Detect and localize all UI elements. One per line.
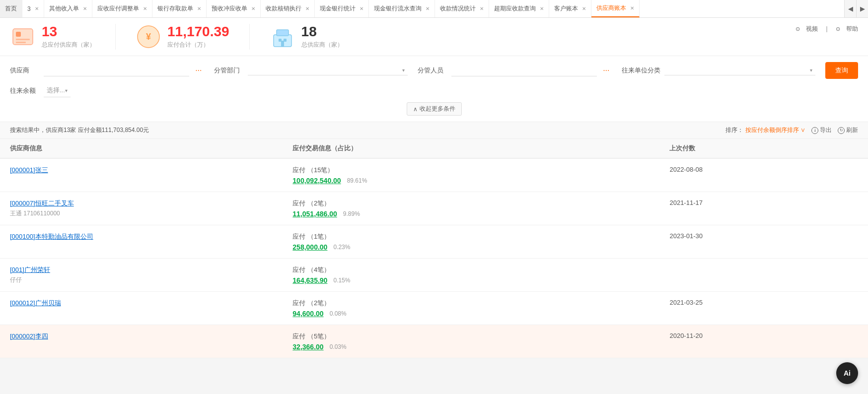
close-customer-ledger-icon[interactable]: ✕ [582, 6, 586, 11]
svg-rect-1 [16, 32, 21, 37]
nav-item-cash-bank-flow-label: 现金银行流水查询 [374, 4, 422, 13]
filter-row-2: 往来余额 选择... ▾ [10, 84, 858, 97]
col-header-supplier: 供应商信息 [10, 144, 292, 153]
category-label: 往来单位分类 [622, 66, 660, 75]
nav-item-receipt-stat[interactable]: 收款情况统计 ✕ [435, 0, 489, 17]
data-table: 供应商信息 应付交易信息（占比） 上次付数 [000001]张三 应付 （15笔… [0, 139, 868, 358]
query-button[interactable]: 查询 [825, 62, 858, 79]
total-suppliers-text: 18 总供应商（家） [301, 25, 343, 49]
nav-item-receipt-verify[interactable]: 收款核销执行 ✕ [261, 0, 315, 17]
nav-item-bank-deposit[interactable]: 银行存取款单 ✕ [152, 0, 207, 17]
tx-count-6: 应付 （5笔） [292, 332, 669, 341]
supplier-info-5: [000012]广州贝瑞 [10, 299, 292, 308]
nav-right-arrow[interactable]: ▶ [856, 0, 868, 18]
category-chevron-down-icon: ▾ [810, 67, 812, 73]
supplier-input[interactable] [44, 65, 189, 76]
svg-rect-2 [16, 39, 30, 40]
refresh-button[interactable]: ↻ 刷新 [838, 126, 858, 134]
nav-item-other-income[interactable]: 其他收入单 ✕ [44, 0, 92, 17]
stat-block-payable-amount: ¥ 11,170.39 应付合计（万） [136, 24, 250, 50]
supplier-name-2[interactable]: [000007]恒旺二手叉车 [10, 199, 74, 207]
supplier-name-4[interactable]: [001]广州荣轩 [10, 266, 50, 273]
table-row: [000012]广州贝瑞 应付 （2笔） 94,600.00 0.08% 202… [0, 292, 868, 325]
nav-item-tab3[interactable]: 3 ✕ [22, 0, 44, 17]
tx-amount-6[interactable]: 32,366.00 [292, 343, 323, 351]
close-other-income-icon[interactable]: ✕ [83, 6, 87, 11]
dept-chevron-down-icon: ▾ [402, 67, 405, 73]
person-input[interactable] [451, 65, 597, 76]
nav-left-arrow[interactable]: ◀ [844, 0, 856, 18]
nav-item-home[interactable]: 首页 [0, 0, 22, 17]
supplier-link-1[interactable]: [000001]张三 [10, 166, 292, 175]
supplier-name-6[interactable]: [000002]李四 [10, 332, 48, 340]
tx-percent-2: 9.89% [343, 210, 360, 217]
tx-amount-2[interactable]: 11,051,486.00 [292, 210, 337, 218]
tx-amount-3[interactable]: 258,000.00 [292, 243, 327, 251]
payable-suppliers-text: 13 总应付供应商（家） [42, 25, 95, 49]
stat-block-payable-suppliers: 13 总应付供应商（家） [10, 24, 116, 50]
supplier-dots-icon[interactable]: ··· [193, 66, 204, 75]
sort-value[interactable]: 按应付余额倒序排序 [745, 127, 799, 133]
svg-text:¥: ¥ [146, 32, 151, 42]
separator: ｜ [824, 25, 830, 33]
supplier-info-2: [000007]恒旺二手叉车 王通 17106110000 [10, 199, 292, 218]
nav-item-receipt-stat-label: 收款情况统计 [440, 4, 476, 13]
refresh-icon: ↻ [838, 127, 845, 134]
filter-item-dept: 分管部门 ▾ [214, 66, 408, 75]
close-cash-bank-flow-icon[interactable]: ✕ [426, 6, 430, 11]
tx-row-1: 100,092,540.00 89.61% [292, 177, 669, 185]
balance-select-text: 选择... [47, 86, 65, 95]
table-row: [001]广州荣轩 仔仔 应付 （4笔） 164,635.90 0.15% [0, 259, 868, 292]
nav-item-cash-bank-flow[interactable]: 现金银行流水查询 ✕ [369, 0, 435, 17]
nav-item-supplier-ledger[interactable]: 供应商账本 ✕ [591, 0, 640, 17]
tx-amount-1[interactable]: 100,092,540.00 [292, 177, 341, 185]
supplier-name-1[interactable]: [000001]张三 [10, 166, 48, 174]
nav-item-overdue-ar[interactable]: 超期应收款查询 ✕ [489, 0, 549, 17]
circle-play-icon: ⊙ [796, 26, 800, 32]
category-select[interactable]: ▾ [664, 66, 816, 75]
last-pay-date-1: 2022-08-08 [669, 166, 703, 173]
sort-label: 排序： 按应付余额倒序排序 ∨ [725, 126, 805, 134]
close-ar-ap-adjust-icon[interactable]: ✕ [143, 6, 147, 11]
balance-select[interactable]: 选择... ▾ [44, 84, 71, 97]
nav-item-cash-bank-stat[interactable]: 现金银行统计 ✕ [315, 0, 369, 17]
payable-suppliers-icon [10, 24, 36, 50]
person-dots-icon[interactable]: ··· [601, 66, 611, 75]
close-cash-bank-stat-icon[interactable]: ✕ [360, 6, 363, 11]
supplier-name-3[interactable]: [000100]本特勤油品有限公司 [10, 233, 93, 240]
balance-label: 往来余额 [10, 86, 40, 95]
tx-amount-5[interactable]: 94,600.00 [292, 310, 323, 318]
table-row: [000007]恒旺二手叉车 王通 17106110000 应付 （2笔） 11… [0, 192, 868, 225]
nav-item-customer-ledger[interactable]: 客户账本 ✕ [549, 0, 591, 17]
filter-item-person: 分管人员 ··· [418, 65, 612, 76]
tx-amount-4[interactable]: 164,635.90 [292, 276, 327, 284]
close-tab3-icon[interactable]: ✕ [35, 6, 39, 11]
close-receipt-verify-icon[interactable]: ✕ [305, 6, 309, 11]
nav-item-ar-ap-adjust[interactable]: 应收应付调整单 ✕ [92, 0, 152, 17]
tx-percent-1: 89.61% [347, 177, 367, 184]
nav-item-prepay-ar[interactable]: 预收冲应收单 ✕ [207, 0, 261, 17]
svg-rect-3 [16, 42, 26, 43]
dept-label: 分管部门 [214, 66, 244, 75]
close-prepay-ar-icon[interactable]: ✕ [251, 6, 255, 11]
supplier-info-4: [001]广州荣轩 仔仔 [10, 265, 292, 284]
close-overdue-ar-icon[interactable]: ✕ [540, 6, 544, 11]
nav-item-customer-ledger-label: 客户账本 [554, 4, 578, 13]
supplier-sub-4: 仔仔 [10, 276, 292, 284]
svg-rect-10 [281, 41, 284, 47]
supplier-sub-2: 王通 17106110000 [10, 209, 292, 218]
close-receipt-stat-icon[interactable]: ✕ [480, 6, 484, 11]
dept-select[interactable]: ▾ [248, 66, 408, 75]
collapse-button[interactable]: ∧ 收起更多条件 [407, 102, 462, 116]
supplier-name-5[interactable]: [000012]广州贝瑞 [10, 299, 61, 307]
video-link[interactable]: 视频 [806, 25, 818, 33]
filter-item-supplier: 供应商 ··· [10, 65, 204, 76]
export-button[interactable]: ⤓ 导出 [811, 126, 832, 134]
help-link[interactable]: 帮助 [846, 25, 858, 33]
nav-item-overdue-ar-label: 超期应收款查询 [494, 4, 536, 13]
balance-chevron-down-icon: ▾ [65, 88, 68, 93]
close-bank-deposit-icon[interactable]: ✕ [197, 6, 201, 11]
stats-right-links: ⊙ 视频 ｜ ⊙ 帮助 [796, 25, 858, 33]
tx-percent-3: 0.23% [333, 244, 350, 251]
close-supplier-ledger-icon[interactable]: ✕ [630, 5, 634, 11]
